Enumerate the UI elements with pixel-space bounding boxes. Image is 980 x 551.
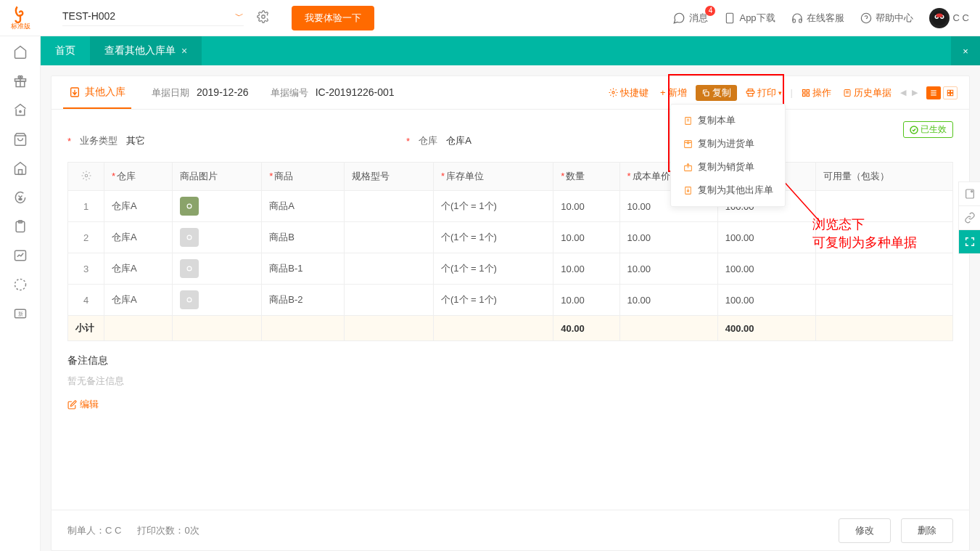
messages-link[interactable]: 消息 4 [672, 12, 708, 25]
table-row[interactable]: 4 仓库A 商品B-2 个(1个 = 1个) 10.00 10.00 100.0… [68, 285, 953, 316]
remarks-title: 备注信息 [67, 354, 953, 367]
table-row[interactable]: 1 仓库A 商品A 个(1个 = 1个) 10.00 10.00 100.00 [68, 191, 953, 222]
nav-money-icon[interactable] [13, 190, 28, 205]
svg-point-3 [861, 13, 870, 23]
edit-remarks-button[interactable]: 编辑 [67, 398, 99, 411]
print-count-value: 0次 [184, 525, 199, 536]
cell-unit: 个(1个 = 1个) [433, 191, 553, 222]
help-label: 帮助中心 [876, 12, 913, 25]
svg-rect-28 [807, 89, 810, 92]
copy-icon [701, 89, 710, 97]
tab-view-other-inbound[interactable]: 查看其他入库单 × [90, 36, 202, 65]
cell-qty: 10.00 [553, 285, 619, 316]
cell-unit-cost: 10.00 [619, 222, 717, 253]
status-badge: 已生效 [903, 121, 953, 138]
nav-clipboard-icon[interactable] [13, 219, 28, 234]
rail-expand-icon[interactable] [958, 229, 980, 254]
table-row[interactable]: 3 仓库A 商品B-1 个(1个 = 1个) 10.00 10.00 100.0… [68, 253, 953, 285]
product-thumb-icon [180, 259, 199, 278]
date-value: 2019-12-26 [197, 86, 249, 98]
cell-product: 商品A [262, 191, 345, 222]
dropdown-copy-sales[interactable]: 复制为销货单 [671, 155, 785, 179]
view-card-icon[interactable] [943, 86, 958, 99]
product-thumb-icon [180, 197, 199, 216]
cell-image [172, 285, 261, 316]
page-tabs: 首页 查看其他入库单 × × [41, 36, 980, 65]
nav-home-icon[interactable] [13, 45, 28, 60]
product-thumb-icon [180, 228, 199, 247]
org-settings-icon[interactable] [257, 10, 270, 25]
shortcut-button[interactable]: 快捷键 [606, 85, 651, 101]
doc-no-value: IC-20191226-001 [316, 86, 395, 98]
chevron-down-icon: ﹀ [235, 10, 244, 23]
close-icon[interactable]: × [181, 45, 187, 57]
table-row[interactable]: 2 仓库A 商品B 个(1个 = 1个) 10.00 10.00 100.00 [68, 222, 953, 253]
new-button[interactable]: +新增 [657, 85, 690, 101]
svg-point-13 [19, 111, 20, 113]
close-all-tabs[interactable]: × [951, 36, 980, 65]
dropdown-copy-self[interactable]: 复制本单 [671, 109, 785, 132]
check-icon [910, 126, 918, 134]
svg-point-48 [85, 174, 88, 177]
dropdown-copy-purchase[interactable]: 复制为进货单 [671, 132, 785, 155]
print-button[interactable]: 打印 ▾ [743, 85, 785, 101]
content-area: 其他入库 单据日期2019-12-26 单据编号IC-20191226-001 … [41, 65, 980, 551]
col-spec: 规格型号 [344, 163, 433, 191]
cell-spec [344, 222, 433, 253]
rail-note-icon[interactable] [958, 181, 980, 206]
svg-point-23 [612, 91, 614, 94]
nav-house-icon[interactable] [13, 103, 28, 118]
cell-available [815, 253, 952, 285]
history-next-icon[interactable]: ▶ [912, 88, 918, 97]
user-menu[interactable]: C C [929, 8, 969, 28]
cell-unit: 个(1个 = 1个) [433, 253, 553, 285]
help-link[interactable]: 帮助中心 [860, 12, 913, 25]
history-button[interactable]: 历史单据 [840, 85, 894, 101]
sheet-type-tab[interactable]: 其他入库 [63, 77, 131, 109]
copy-button[interactable]: 复制 [696, 85, 737, 101]
cell-qty: 10.00 [553, 253, 619, 285]
items-table: *仓库 商品图片 *商品 规格型号 *库存单位 *数量 *成本单价 *成本金额 … [67, 162, 953, 341]
logo-icon [11, 4, 30, 23]
warehouse-label: 仓库 [419, 134, 437, 147]
tab-home[interactable]: 首页 [41, 36, 90, 65]
cell-product: 商品B-2 [262, 285, 345, 316]
svg-rect-40 [950, 93, 952, 95]
modify-button[interactable]: 修改 [839, 518, 891, 543]
view-list-icon[interactable] [926, 86, 941, 99]
app-download-link[interactable]: App下载 [724, 12, 775, 25]
cell-spec [344, 285, 433, 316]
cell-warehouse: 仓库A [104, 285, 173, 316]
nav-new-icon[interactable]: 新 [13, 306, 28, 321]
document-body: 已生效 * 业务类型 其它 * 仓库 仓库A [52, 110, 969, 510]
operations-button[interactable]: 操作 [799, 85, 834, 101]
phone-icon [724, 12, 736, 24]
org-selector[interactable]: TEST-H002 ﹀ [62, 10, 244, 26]
try-button[interactable]: 我要体验一下 [292, 6, 374, 30]
left-nav: 新 [0, 36, 41, 551]
subtotal-label: 小计 [68, 316, 104, 341]
creator-label: 制单人： [67, 525, 105, 536]
delete-button[interactable]: 删除 [901, 518, 953, 543]
dropdown-copy-other-out[interactable]: 复制为其他出库单 [671, 179, 785, 202]
subtotal-qty: 40.00 [553, 316, 619, 341]
nav-loading-icon[interactable] [13, 277, 28, 292]
document-icon [69, 86, 81, 98]
history-prev-icon[interactable]: ◀ [900, 88, 906, 97]
logo[interactable]: 标准版 [0, 0, 41, 36]
help-icon [860, 12, 872, 24]
rail-link-icon[interactable] [958, 205, 980, 230]
nav-report-icon[interactable] [13, 248, 28, 263]
nav-warehouse-icon[interactable] [13, 161, 28, 176]
export-icon [683, 185, 693, 195]
nav-gift-icon[interactable] [13, 74, 28, 89]
cell-warehouse: 仓库A [104, 222, 173, 253]
chat-icon [672, 12, 685, 25]
cell-unit-cost: 10.00 [619, 285, 717, 316]
svg-point-5 [932, 10, 947, 25]
cell-product: 商品B-1 [262, 253, 345, 285]
col-available: 可用量（包装） [815, 163, 952, 191]
col-settings[interactable] [68, 163, 104, 191]
support-link[interactable]: 在线客服 [791, 12, 844, 25]
nav-bag-icon[interactable] [13, 132, 28, 147]
